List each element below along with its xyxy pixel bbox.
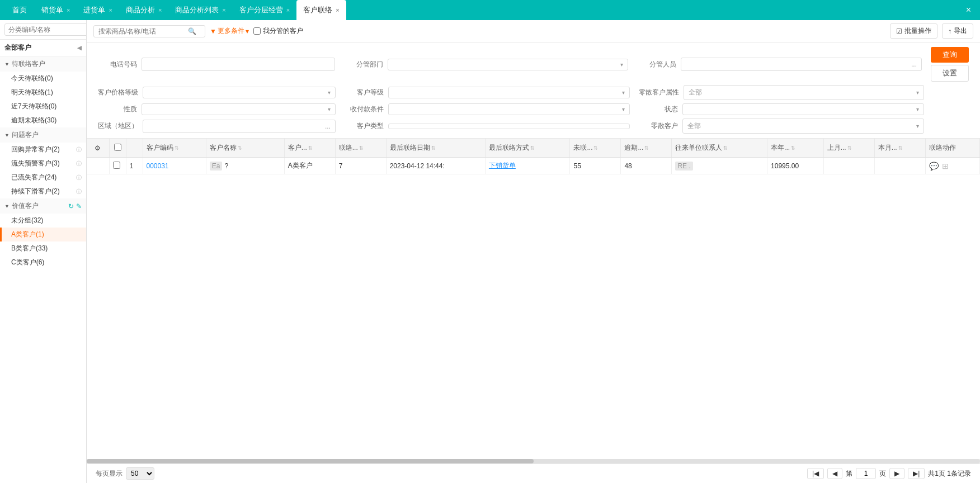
cust-type-label: 客户类型 — [345, 121, 384, 131]
phone-input[interactable] — [142, 58, 335, 71]
action-chat-icon[interactable]: 💬 — [929, 162, 939, 171]
batch-icon: ☑ — [896, 27, 902, 35]
sort-method-icon: ⇅ — [530, 145, 535, 151]
sidebar-item-class-c[interactable]: C类客户(6) — [0, 255, 86, 269]
col-action: 联络动作 — [925, 139, 979, 158]
close-tab-4[interactable]: × — [286, 7, 290, 13]
group-value-customers[interactable]: ▼ 价值客户 ↻ ✎ — [0, 198, 86, 214]
region-select[interactable]: ... — [143, 120, 336, 133]
status-select[interactable]: ▾ — [682, 103, 924, 115]
col-index — [126, 139, 143, 158]
col-code[interactable]: 客户编码⇅ — [143, 139, 206, 158]
row-last-method[interactable]: 下销货单 — [485, 158, 570, 174]
action-grid-icon[interactable]: ⊞ — [942, 162, 949, 171]
window-close-button[interactable]: × — [962, 5, 976, 15]
sidebar-item-ungrouped[interactable]: 未分组(32) — [0, 214, 86, 228]
group-problem-customers[interactable]: ▼ 问题客户 — [0, 127, 86, 143]
row-name[interactable]: Ea? — [206, 158, 284, 174]
row-checkbox[interactable] — [109, 158, 126, 174]
col-last-method[interactable]: 最后联络方式⇅ — [485, 139, 570, 158]
col-last-date[interactable]: 最后联络日期⇅ — [386, 139, 485, 158]
sidebar-item-lost-customers[interactable]: 已流失客户(24) ⓘ — [0, 171, 86, 184]
last-page-button[interactable]: ▶| — [908, 468, 925, 479]
page-number-input[interactable] — [856, 468, 876, 479]
nav-home[interactable]: 首页 — [4, 0, 35, 20]
filter-search-icon[interactable]: 🔍 — [188, 27, 196, 35]
sidebar-collapse-btn[interactable]: ◀ — [77, 45, 82, 51]
col-settings[interactable]: ⚙ — [87, 139, 109, 158]
sidebar-item-class-a[interactable]: A类客户(1) — [0, 228, 86, 242]
sidebar-item-tomorrow[interactable]: 明天待联络(1) — [0, 86, 86, 100]
nature-select[interactable]: ▾ — [142, 103, 336, 115]
col-overdue[interactable]: 逾期...⇅ — [621, 139, 672, 158]
retail-attr-arrow-icon: ▾ — [916, 89, 919, 96]
triangle-icon: ▼ — [4, 61, 10, 67]
sort-last-month-icon: ⇅ — [847, 145, 852, 151]
sidebar-item-repurchase-anomaly[interactable]: 回购异常客户(2) ⓘ — [0, 143, 86, 157]
horizontal-scrollbar[interactable] — [87, 459, 980, 463]
close-tab-0[interactable]: × — [67, 7, 70, 13]
payment-select[interactable]: ▾ — [388, 103, 630, 115]
retail-cust-select[interactable]: 全部 ▾ — [682, 119, 924, 134]
first-page-button[interactable]: |◀ — [807, 468, 824, 479]
sidebar-search-input[interactable] — [4, 23, 87, 36]
dept-select[interactable]: ▾ — [388, 59, 629, 70]
export-button[interactable]: ↑ 导出 — [942, 23, 973, 39]
batch-operation-button[interactable]: ☑ 批量操作 — [890, 23, 937, 39]
sidebar-item-overdue[interactable]: 逾期未联络(30) — [0, 113, 86, 127]
prev-page-button[interactable]: ◀ — [827, 468, 842, 479]
scroll-thumb[interactable] — [87, 459, 534, 463]
nav-tab-5[interactable]: 客户联络 × — [296, 0, 346, 20]
my-customers-check[interactable] — [253, 27, 261, 35]
sidebar-item-class-b[interactable]: B类客户(33) — [0, 242, 86, 255]
nav-tab-4[interactable]: 客户分层经营 × — [233, 0, 296, 20]
nav-tab-1[interactable]: 进货单 × — [77, 0, 119, 20]
col-checkbox[interactable] — [109, 139, 126, 158]
sidebar-item-today[interactable]: 今天待联络(0) — [0, 72, 86, 86]
col-this-month[interactable]: 本月...⇅ — [874, 139, 925, 158]
group-pending-contact[interactable]: ▼ 待联络客户 — [0, 56, 86, 72]
sidebar-item-7days[interactable]: 近7天待联络(0) — [0, 100, 86, 113]
col-this-year[interactable]: 本年...⇅ — [767, 139, 824, 158]
nav-tab-0[interactable]: 销货单 × — [35, 0, 77, 20]
status-label: 状态 — [639, 105, 678, 114]
my-customers-checkbox[interactable]: 我分管的客户 — [253, 26, 303, 36]
retail-attr-select[interactable]: 全部 ▾ — [684, 85, 924, 100]
retail-cust-label: 零散客户 — [639, 121, 678, 131]
settings-button[interactable]: 设置 — [931, 65, 969, 82]
col-uncontacted[interactable]: 未联...⇅ — [570, 139, 621, 158]
close-tab-3[interactable]: × — [222, 7, 225, 13]
close-tab-2[interactable]: × — [158, 7, 162, 13]
cust-type-input[interactable] — [388, 124, 630, 129]
all-customers-header[interactable]: 全部客户 ◀ — [0, 40, 86, 56]
nav-tab-3[interactable]: 商品分析列表 × — [168, 0, 232, 20]
filter-search-input[interactable] — [98, 27, 188, 35]
col-contact-count[interactable]: 联络...⇅ — [335, 139, 386, 158]
refresh-icon[interactable]: ↻ — [68, 202, 74, 210]
col-last-month[interactable]: 上月...⇅ — [823, 139, 874, 158]
filter-buttons: 查询 设置 — [926, 47, 973, 82]
select-all-checkbox[interactable] — [114, 144, 121, 151]
sidebar-item-declining[interactable]: 持续下滑客户(2) ⓘ — [0, 184, 86, 198]
cust-level-select[interactable]: ▾ — [388, 87, 630, 98]
sort-this-month-icon: ⇅ — [898, 145, 903, 151]
nav-tab-2[interactable]: 商品分析 × — [119, 0, 168, 20]
price-level-select[interactable]: ▾ — [143, 87, 336, 98]
per-page-select[interactable]: 50 100 200 — [126, 467, 154, 480]
per-page-label: 每页显示 — [96, 469, 123, 479]
row-code[interactable]: 000031 — [143, 158, 206, 174]
col-unit-contact[interactable]: 往来单位联系人⇅ — [672, 139, 767, 158]
col-type[interactable]: 客户...⇅ — [284, 139, 335, 158]
more-filters-btn[interactable]: ▼ 更多条件 ▾ — [210, 26, 249, 36]
query-button[interactable]: 查询 — [931, 47, 969, 63]
manager-select[interactable]: ... — [681, 58, 922, 71]
sidebar-item-loss-warning[interactable]: 流失预警客户(3) ⓘ — [0, 157, 86, 171]
sort-code-icon: ⇅ — [175, 145, 179, 151]
edit-icon[interactable]: ✎ — [76, 202, 82, 210]
col-name[interactable]: 客户名称⇅ — [206, 139, 284, 158]
close-tab-5[interactable]: × — [336, 7, 339, 13]
next-page-button[interactable]: ▶ — [889, 468, 904, 479]
close-tab-1[interactable]: × — [109, 7, 112, 13]
row-check[interactable] — [113, 162, 120, 169]
settings-icon[interactable]: ⚙ — [95, 144, 101, 152]
